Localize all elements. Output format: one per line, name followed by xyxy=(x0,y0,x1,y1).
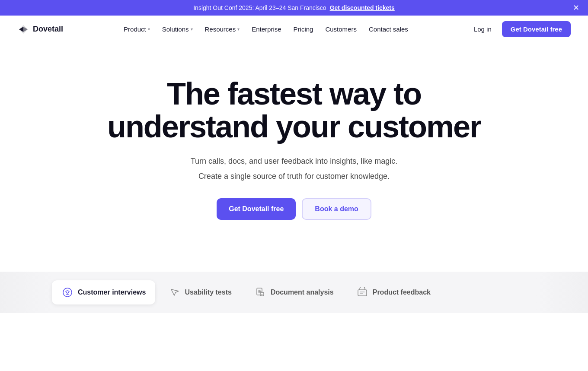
hero-heading: The fastest way to understand your custo… xyxy=(99,78,489,143)
tab-fade-left xyxy=(0,272,52,313)
nav-item-product[interactable]: Product ▾ xyxy=(118,22,155,36)
tab-document-analysis[interactable]: Document analysis xyxy=(245,280,343,304)
hero-cta-primary[interactable]: Get Dovetail free xyxy=(217,198,296,220)
logo-text: Dovetail xyxy=(33,25,63,34)
usability-tests-icon xyxy=(168,286,180,298)
tabs-section: Customer interviews Usability tests xyxy=(0,272,588,313)
tab-product-feedback-label: Product feedback xyxy=(373,289,431,296)
tab-customer-interviews[interactable]: Customer interviews xyxy=(52,280,155,304)
tab-fade-right xyxy=(536,272,588,313)
document-analysis-icon xyxy=(254,286,266,298)
nav-item-enterprise[interactable]: Enterprise xyxy=(246,22,286,36)
hero-subtext-1: Turn calls, docs, and user feedback into… xyxy=(9,155,579,168)
nav-item-customers[interactable]: Customers xyxy=(320,22,362,36)
banner-close-button[interactable]: ✕ xyxy=(573,4,579,12)
product-feedback-icon xyxy=(356,286,368,298)
hero-subtext-2: Create a single source of truth for cust… xyxy=(9,170,579,183)
dovetail-logo-icon xyxy=(17,23,29,35)
login-button[interactable]: Log in xyxy=(469,22,497,36)
nav-item-solutions[interactable]: Solutions ▾ xyxy=(157,22,198,36)
tab-usability-tests[interactable]: Usability tests xyxy=(159,280,241,304)
svg-rect-3 xyxy=(358,290,367,296)
announcement-banner: Insight Out Conf 2025: April 23–24 San F… xyxy=(0,0,588,16)
svg-point-0 xyxy=(63,288,72,297)
nav-item-contact-sales[interactable]: Contact sales xyxy=(364,22,413,36)
hero-cta-secondary[interactable]: Book a demo xyxy=(302,198,371,220)
tabs-row: Customer interviews Usability tests xyxy=(0,272,588,313)
hero-section: The fastest way to understand your custo… xyxy=(0,43,588,246)
tabs-inner: Customer interviews Usability tests xyxy=(52,272,536,313)
tab-document-analysis-label: Document analysis xyxy=(271,289,334,296)
hero-cta-group: Get Dovetail free Book a demo xyxy=(9,198,579,220)
banner-link[interactable]: Get discounted tickets xyxy=(330,4,395,11)
nav-actions: Log in Get Dovetail free xyxy=(469,21,571,37)
logo[interactable]: Dovetail xyxy=(17,23,63,35)
customer-interviews-icon xyxy=(61,286,74,298)
tab-usability-tests-label: Usability tests xyxy=(185,289,231,296)
banner-text: Insight Out Conf 2025: April 23–24 San F… xyxy=(193,4,326,11)
nav-cta-button[interactable]: Get Dovetail free xyxy=(502,21,571,37)
nav-item-resources[interactable]: Resources ▾ xyxy=(200,22,245,36)
main-nav: Dovetail Product ▾ Solutions ▾ Resources… xyxy=(0,16,588,43)
tab-customer-interviews-label: Customer interviews xyxy=(78,289,146,296)
nav-item-pricing[interactable]: Pricing xyxy=(288,22,319,36)
tab-product-feedback[interactable]: Product feedback xyxy=(347,280,440,304)
nav-links: Product ▾ Solutions ▾ Resources ▾ Enterp… xyxy=(118,22,413,36)
